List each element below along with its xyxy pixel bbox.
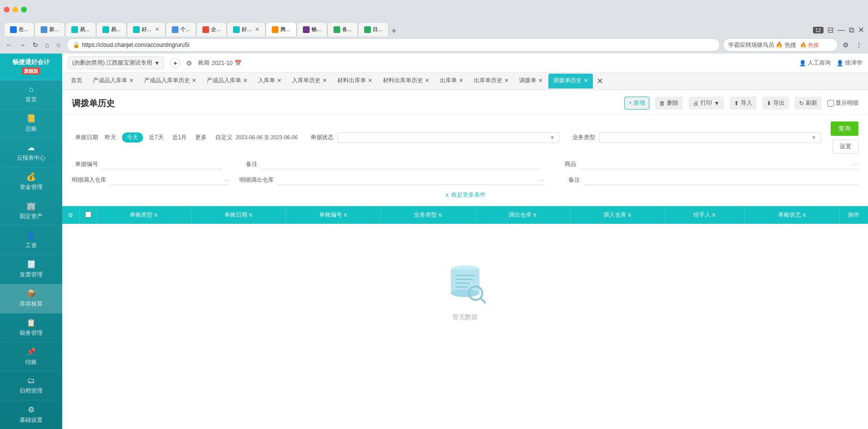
date-yesterday[interactable]: 昨天 <box>102 132 119 143</box>
tab-out-history[interactable]: 出库单历史 ✕ <box>469 74 513 88</box>
tab-product-in2[interactable]: 产成品入库单 ✕ <box>202 74 252 88</box>
close-tab-product-in[interactable]: ✕ <box>129 77 134 84</box>
back-button[interactable]: ← <box>4 39 14 51</box>
tab-warehouse-in[interactable]: 入库单 ✕ <box>253 74 286 88</box>
goods-input[interactable] <box>580 159 853 169</box>
sidebar-item-salary[interactable]: 👤 工资 <box>0 226 62 255</box>
sidebar-item-archive[interactable]: 🗂 归档管理 <box>0 372 62 400</box>
browser-search[interactable]: 学霸应聘场驱鸟员 🔥 热搜 🔥 热搜 <box>723 38 838 52</box>
th-gear[interactable]: ⚙ <box>62 206 79 224</box>
browser-tab-4[interactable]: 易... <box>96 22 127 36</box>
order-no-input[interactable] <box>102 159 222 169</box>
close-tab-product-in-history[interactable]: ✕ <box>192 77 196 84</box>
tab-product-in[interactable]: 产成品入库单 ✕ <box>88 74 138 88</box>
close-tab-transfer[interactable]: ✕ <box>538 77 543 84</box>
more-button[interactable]: ⋮ <box>854 39 864 51</box>
show-columns-checkbox[interactable] <box>827 100 834 107</box>
browser-tab-11[interactable]: 各... <box>327 22 358 36</box>
status-select[interactable]: ▼ <box>337 132 559 143</box>
browser-tab-7[interactable]: 企... <box>196 22 227 36</box>
delete-button[interactable]: 🗑 删除 <box>655 97 683 110</box>
close-tab-material-out[interactable]: ✕ <box>368 77 372 84</box>
close-tab-out-order[interactable]: ✕ <box>459 77 463 84</box>
detail-in-dots-button[interactable]: ··· <box>224 176 230 184</box>
remark-input[interactable] <box>584 175 858 185</box>
browser-tab-active[interactable]: 腾... <box>266 22 296 36</box>
note-input[interactable] <box>261 159 540 169</box>
show-columns-button[interactable]: 显示明细 <box>827 99 858 107</box>
settings-button[interactable]: 设置 <box>833 140 858 154</box>
tab-list-icon[interactable]: ⊟ <box>827 25 834 34</box>
th-date[interactable]: 单账日期 ⇅ <box>191 206 286 224</box>
sidebar-item-closing[interactable]: 📌 结账 <box>0 342 62 372</box>
tab-out-order[interactable]: 出库单 ✕ <box>435 74 468 88</box>
sidebar-item-tax[interactable]: 📋 税务管理 <box>0 313 62 342</box>
new-tab-button[interactable]: + <box>389 26 400 36</box>
browser-tab-8[interactable]: 好... ✕ <box>227 22 266 36</box>
sidebar-item-invoice[interactable]: 🧾 发票管理 <box>0 255 62 284</box>
browser-tab-5[interactable]: 好... ✕ <box>127 22 166 36</box>
close-tab-warehouse-in-history[interactable]: ✕ <box>323 77 327 84</box>
th-out-wh[interactable]: 调出仓库 ⇅ <box>476 206 570 224</box>
browser-tab-2[interactable]: 新... <box>34 22 65 36</box>
close-tab-product-in2[interactable]: ✕ <box>243 77 247 84</box>
forward-button[interactable]: → <box>17 39 28 51</box>
tab-transfer[interactable]: 调拨单 ✕ <box>514 74 547 88</box>
tab-material-out[interactable]: 材料出库单 ✕ <box>333 74 377 88</box>
sidebar-item-inventory[interactable]: 📦 库存核算 <box>0 284 62 313</box>
favorite-button[interactable]: ☆ <box>54 39 64 51</box>
browser-tab-10[interactable]: 畅... <box>297 22 327 36</box>
th-in-wh[interactable]: 调入仓库 ⇅ <box>570 206 665 224</box>
th-no[interactable]: 单账编号 ⇅ <box>286 206 381 224</box>
tab-home[interactable]: 首页 <box>66 74 87 88</box>
tab-close-5[interactable]: ✕ <box>155 26 159 33</box>
close-tab-material-out-history[interactable]: ✕ <box>425 77 429 84</box>
maximize-btn[interactable] <box>21 7 27 12</box>
sidebar-item-report[interactable]: ☁ 云报表中心 <box>0 138 62 167</box>
detail-out-input[interactable] <box>278 175 538 185</box>
detail-in-input[interactable] <box>110 175 224 185</box>
date-more[interactable]: 更多 <box>192 132 210 143</box>
company-settings-button[interactable]: ⚙ <box>186 59 192 67</box>
th-biz-type[interactable]: 业务类型 ⇅ <box>381 206 476 224</box>
import-button[interactable]: ⬆ 导入 <box>730 97 757 110</box>
service-button[interactable]: 👤 人工咨询 <box>799 59 831 67</box>
home-button[interactable]: ⌂ <box>43 39 51 51</box>
restore-window-icon[interactable]: ⧉ <box>849 26 854 34</box>
close-tab-out-history[interactable]: ✕ <box>504 77 509 84</box>
detail-out-dots-button[interactable]: ··· <box>538 176 544 184</box>
date-custom[interactable]: 自定义 <box>212 132 235 143</box>
goods-dots-button[interactable]: ··· <box>853 160 858 168</box>
new-button[interactable]: + 新增 <box>624 97 649 110</box>
close-tab-transfer-history[interactable]: ✕ <box>584 77 588 84</box>
minimize-window-icon[interactable]: — <box>837 26 845 34</box>
tab-transfer-history[interactable]: 调拨单历史 ✕ <box>548 74 593 88</box>
sidebar-item-fund[interactable]: 💰 资金管理 <box>0 167 62 197</box>
tab-warehouse-in-history[interactable]: 入库单历史 ✕ <box>287 74 332 88</box>
close-btn[interactable] <box>4 7 10 12</box>
tab-close-8[interactable]: ✕ <box>255 26 259 33</box>
print-button[interactable]: 🖨 打印 ▼ <box>689 97 724 110</box>
close-tab-warehouse-in[interactable]: ✕ <box>277 77 281 84</box>
browser-tab-12[interactable]: 目... <box>358 22 389 36</box>
close-window-icon[interactable]: ✕ <box>858 25 864 34</box>
sidebar-item-ledger[interactable]: 📒 总账 <box>0 109 62 138</box>
refresh-button[interactable]: ↻ 刷新 <box>795 97 822 110</box>
query-button[interactable]: 查询 <box>831 121 858 136</box>
browser-tab-1[interactable]: 在... <box>4 22 34 36</box>
tab-product-in-history[interactable]: 产成品入库单历史 ✕ <box>139 74 201 88</box>
close-all-tabs-button[interactable]: ✕ <box>597 77 603 86</box>
th-checkbox[interactable] <box>79 206 97 224</box>
date-today[interactable]: 今天 <box>122 132 143 143</box>
extensions-button[interactable]: ⚙ <box>841 39 851 51</box>
select-all-checkbox[interactable] <box>85 211 91 218</box>
th-handler[interactable]: 经手人 ⇅ <box>665 206 745 224</box>
tab-material-out-history[interactable]: 材料出库单历史 ✕ <box>378 74 434 88</box>
reload-button[interactable]: ↻ <box>31 39 40 51</box>
add-company-button[interactable]: + <box>170 58 180 68</box>
date-1month[interactable]: 近1月 <box>169 132 190 143</box>
calendar-icon[interactable]: 📅 <box>234 60 242 66</box>
sidebar-item-settings[interactable]: ⚙ 基础设置 <box>0 400 62 429</box>
browser-tab-3[interactable]: 易... <box>65 22 96 36</box>
th-status[interactable]: 单账状态 ⇅ <box>745 206 839 224</box>
